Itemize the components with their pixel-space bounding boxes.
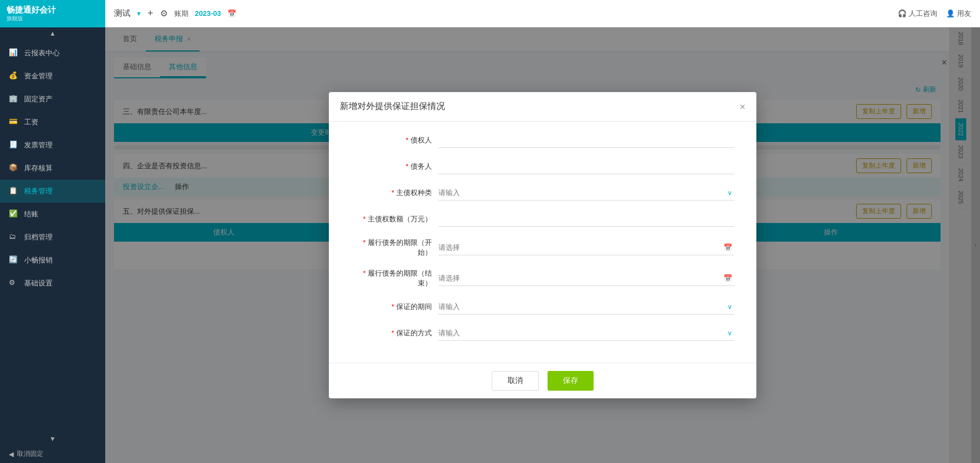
fund-mgmt-icon: 💰	[9, 71, 19, 81]
fixed-assets-icon: 🏢	[9, 94, 19, 104]
label-debt-amount: * 主债权数额（万元）	[351, 214, 438, 224]
topbar-calendar-icon[interactable]: 📅	[227, 9, 236, 18]
sidebar-scroll-up[interactable]: ▲	[0, 27, 105, 39]
sidebar-item-settlement[interactable]: ✅ 结账	[0, 203, 105, 226]
main-area: 测试 ▾ + ⚙ 账期 2023-03 📅 🎧 人工咨询 👤 用友	[105, 0, 980, 463]
sidebar-item-fund-mgmt[interactable]: 💰 资金管理	[0, 65, 105, 88]
sidebar-item-label: 云报表中心	[24, 48, 60, 58]
sidebar-item-salary[interactable]: 💳 工资	[0, 111, 105, 134]
topbar-dropdown-icon[interactable]: ▾	[137, 9, 141, 18]
input-debtor[interactable]	[438, 159, 734, 174]
xiao-chang-icon: 🔄	[9, 255, 19, 265]
calendar-start-icon[interactable]: 📅	[721, 243, 734, 251]
label-period-start: * 履行债务的期限（开始）	[351, 238, 438, 258]
input-period-end[interactable]	[438, 271, 721, 285]
topbar-add-button[interactable]: +	[147, 8, 153, 19]
topbar-user-button[interactable]: 👤 用友	[946, 9, 971, 19]
sidebar-item-label: 固定资产	[24, 94, 53, 104]
input-debt-type[interactable]	[438, 185, 725, 200]
label-guarantee-method: * 保证的方式	[351, 328, 438, 338]
topbar-period-value: 2023-03	[195, 9, 221, 18]
sidebar-item-label: 库存核算	[24, 163, 53, 173]
cancel-fix-icon: ◀	[9, 450, 14, 458]
chevron-down-icon-2[interactable]: ∨	[725, 303, 734, 311]
sidebar-item-invoice-mgmt[interactable]: 🧾 发票管理	[0, 134, 105, 157]
select-guarantee-method[interactable]: ∨	[438, 325, 734, 341]
app-name: 畅捷通好会计	[7, 5, 56, 15]
input-guarantee-method[interactable]	[438, 325, 725, 340]
modal-close-button[interactable]: ×	[739, 102, 745, 112]
archive-icon: 🗂	[9, 232, 19, 242]
form-row-debt-amount: * 主债权数额（万元）	[351, 212, 734, 227]
input-period-start[interactable]	[438, 240, 721, 255]
input-guarantee-period[interactable]	[438, 299, 725, 314]
app-edition: 旗舰版	[7, 15, 56, 22]
label-debtor: * 债务人	[351, 162, 438, 172]
form-row-period-end: * 履行债务的期限（结束） 📅	[351, 268, 734, 288]
modal-body: * 债权人 * 债务人	[329, 122, 756, 363]
sidebar-item-tax-mgmt[interactable]: 📋 税务管理	[0, 180, 105, 203]
chevron-down-icon[interactable]: ∨	[725, 189, 734, 197]
user-icon: 👤	[946, 9, 955, 18]
tax-mgmt-icon: 📋	[9, 186, 19, 196]
sidebar-item-archive-mgmt[interactable]: 🗂 归档管理	[0, 226, 105, 249]
form-row-guarantee-method: * 保证的方式 ∨	[351, 325, 734, 341]
date-period-start[interactable]: 📅	[438, 240, 734, 255]
cancel-button[interactable]: 取消	[492, 371, 539, 391]
modal-add-guarantee: 新增对外提供保证担保情况 × * 债权人	[329, 92, 756, 398]
label-debt-type: * 主债权种类	[351, 188, 438, 198]
sidebar-item-label: 小畅报销	[24, 255, 53, 265]
select-debt-type[interactable]: ∨	[438, 185, 734, 201]
input-debt-amount[interactable]	[438, 212, 734, 227]
form-row-debtor: * 债务人	[351, 159, 734, 174]
sidebar-item-basic-settings[interactable]: ⚙ 基础设置	[0, 272, 105, 295]
label-guarantee-period: * 保证的期间	[351, 302, 438, 312]
modal-footer: 取消 保存	[329, 363, 756, 398]
input-creditor[interactable]	[438, 133, 734, 148]
save-button[interactable]: 保存	[548, 371, 594, 391]
settlement-icon: ✅	[9, 209, 19, 219]
chevron-down-icon-3[interactable]: ∨	[725, 329, 734, 337]
topbar-title: 测试	[114, 8, 130, 19]
sidebar-nav: 📊 云报表中心 💰 资金管理 🏢 固定资产 💳 工资 🧾 发票管理 📦	[0, 39, 105, 433]
sidebar-item-xiao-chang[interactable]: 🔄 小畅报销	[0, 249, 105, 272]
topbar-gear-icon[interactable]: ⚙	[160, 8, 168, 19]
sidebar-item-label: 资金管理	[24, 71, 53, 81]
modal-header: 新增对外提供保证担保情况 ×	[329, 92, 756, 122]
headset-icon: 🎧	[898, 9, 907, 18]
form-row-period-start: * 履行债务的期限（开始） 📅	[351, 238, 734, 258]
settings-icon: ⚙	[9, 278, 19, 288]
topbar-service-button[interactable]: 🎧 人工咨询	[898, 9, 937, 19]
sidebar-item-inventory[interactable]: 📦 库存核算	[0, 157, 105, 180]
invoice-icon: 🧾	[9, 140, 19, 150]
topbar: 测试 ▾ + ⚙ 账期 2023-03 📅 🎧 人工咨询 👤 用友	[105, 0, 980, 27]
modal-title: 新增对外提供保证担保情况	[340, 101, 445, 112]
form-row-debt-type: * 主债权种类 ∨	[351, 185, 734, 201]
sidebar-item-label: 结账	[24, 209, 38, 219]
sidebar-header: 畅捷通好会计 旗舰版	[0, 0, 105, 27]
form-row-guarantee-period: * 保证的期间 ∨	[351, 299, 734, 315]
sidebar-item-label: 工资	[24, 117, 38, 127]
content-area: 首页 税务申报 × 基础信息 其他信息	[105, 27, 980, 463]
sidebar-item-fixed-assets[interactable]: 🏢 固定资产	[0, 88, 105, 111]
label-creditor: * 债权人	[351, 135, 438, 145]
sidebar-footer-cancel-fix[interactable]: ◀ 取消固定	[0, 445, 105, 463]
topbar-right: 🎧 人工咨询 👤 用友	[898, 9, 971, 19]
sidebar-item-label: 发票管理	[24, 140, 53, 150]
label-period-end: * 履行债务的期限（结束）	[351, 268, 438, 288]
modal-overlay: 新增对外提供保证担保情况 × * 债权人	[105, 27, 980, 463]
sidebar-item-label: 基础设置	[24, 278, 53, 288]
sidebar-item-cloud-reports[interactable]: 📊 云报表中心	[0, 42, 105, 65]
form-row-creditor: * 债权人	[351, 133, 734, 148]
sidebar: 畅捷通好会计 旗舰版 ▲ 📊 云报表中心 💰 资金管理 🏢 固定资产 💳 工资	[0, 0, 105, 463]
calendar-end-icon[interactable]: 📅	[721, 274, 734, 282]
date-period-end[interactable]: 📅	[438, 271, 734, 286]
sidebar-item-label: 税务管理	[24, 186, 53, 196]
select-guarantee-period[interactable]: ∨	[438, 299, 734, 315]
salary-icon: 💳	[9, 117, 19, 127]
inventory-icon: 📦	[9, 163, 19, 173]
topbar-period-label: 账期	[174, 9, 189, 19]
sidebar-item-label: 归档管理	[24, 232, 53, 242]
sidebar-scroll-down[interactable]: ▼	[0, 433, 105, 445]
cloud-reports-icon: 📊	[9, 48, 19, 58]
